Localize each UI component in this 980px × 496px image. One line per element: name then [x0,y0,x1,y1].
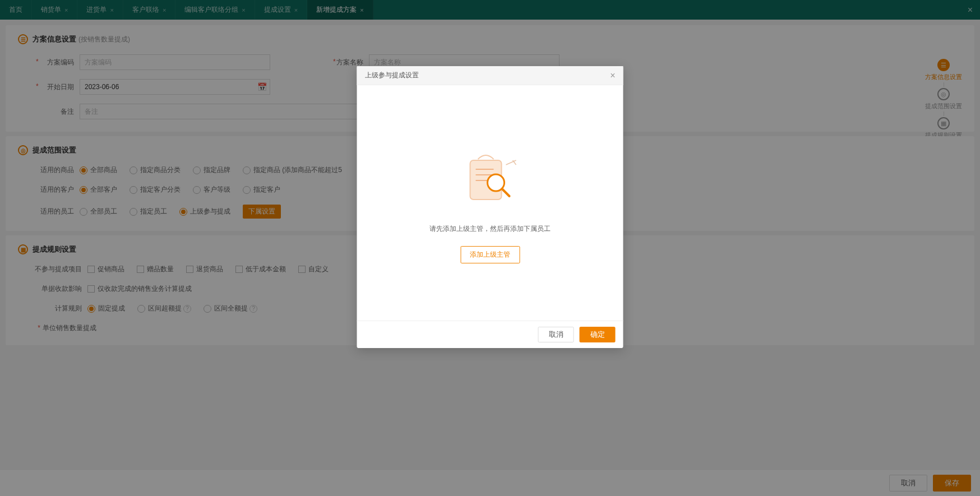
empty-text: 请先添加上级主管，然后再添加下属员工 [429,224,551,234]
modal-ok-button[interactable]: 确定 [580,327,616,342]
superior-commission-modal: 上级参与提成设置 × 请先添加上级主管，然后再添加下属员工 添加上级主管 取消 … [357,66,623,348]
add-superior-button[interactable]: 添加上级主管 [460,246,520,263]
close-icon[interactable]: × [610,71,615,81]
modal-title: 上级参与提成设置 [365,71,419,80]
svg-line-5 [502,189,509,196]
modal-header: 上级参与提成设置 × [357,66,623,85]
empty-illustration-icon [456,148,524,210]
modal-cancel-button[interactable]: 取消 [538,327,574,342]
